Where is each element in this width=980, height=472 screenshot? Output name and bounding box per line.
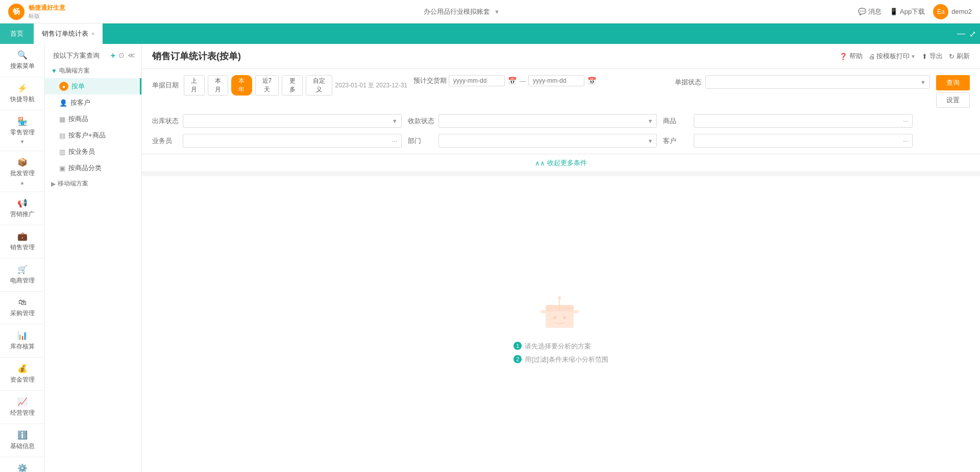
tab-home[interactable]: 首页	[0, 23, 34, 44]
salesperson-input-wrapper: ···	[183, 134, 402, 148]
calendar-end-icon[interactable]: 📅	[587, 77, 596, 85]
bill-status-select-wrapper: ▼	[705, 75, 930, 89]
panel-item-by-order[interactable]: ● 按单	[45, 78, 141, 95]
sidebar-item-retail[interactable]: 🏪 零售管理 ▼	[0, 110, 44, 151]
date-btn-last-month[interactable]: 上月	[184, 75, 205, 96]
bill-status-select[interactable]	[705, 75, 930, 89]
filter-area: 单据日期 上月 本月 本年 近7天 更多 自定义 2023-01-01 至 20…	[142, 69, 980, 154]
sidebar-item-system[interactable]: ⚙️ 系统管理	[0, 457, 44, 472]
content-header: 销售订单统计表(按单) ❓ 帮助 🖨 按模板打印 ▼ ⬆ 导出	[142, 44, 980, 69]
filter-row-2: 出库状态 ▼ 收款状态 ▼	[152, 114, 970, 128]
workspace-selector[interactable]: 办公用品行业模拟账套 ▼	[424, 7, 500, 16]
setting-btn[interactable]: 设置	[936, 92, 970, 108]
tab-minimize-btn[interactable]: —	[957, 29, 965, 38]
add-scheme-btn[interactable]: +	[111, 51, 115, 60]
calendar-start-icon[interactable]: 📅	[508, 77, 517, 85]
left-panel-header: 按以下方案查询 + ⊙ ≪	[45, 48, 141, 63]
tab-sales-order-stats[interactable]: 销售订单统计表 ×	[34, 23, 103, 44]
sidebar-label-wholesale: 批发管理	[10, 169, 35, 178]
sidebar-label-sales: 销售管理	[10, 243, 35, 252]
department-wrapper: ▼	[438, 134, 657, 148]
date-btn-this-month[interactable]: 本月	[208, 75, 229, 96]
sidebar-item-inventory[interactable]: 📊 库存核算	[0, 324, 44, 358]
panel-item-by-salesperson[interactable]: ▥ 按业务员	[45, 144, 141, 160]
customer-dots-icon[interactable]: ···	[903, 137, 909, 145]
payment-status-wrapper: ▼	[438, 114, 657, 128]
shipment-status-select[interactable]	[183, 114, 402, 128]
date-btn-this-year[interactable]: 本年	[231, 75, 252, 96]
help-icon: ❓	[839, 53, 847, 60]
product-input[interactable]	[694, 114, 913, 128]
tip-num-2: 2	[513, 355, 522, 363]
product-dots-icon[interactable]: ···	[903, 117, 909, 125]
tab-close-icon[interactable]: ×	[91, 31, 94, 37]
empty-tips: 1 请先选择要分析的方案 2 用[过滤]条件来缩小分析范围	[513, 342, 608, 364]
shipment-status-group: 出库状态 ▼	[152, 114, 402, 128]
panel-item-by-customer-product[interactable]: ▤ 按客户+商品	[45, 127, 141, 144]
query-btn[interactable]: 查询	[936, 75, 970, 90]
date-btn-more[interactable]: 更多	[282, 75, 303, 96]
message-btn[interactable]: 💬 消息	[858, 7, 881, 16]
purchase-icon: 🛍	[18, 298, 27, 307]
panel-item-label-by-product: 按商品	[68, 114, 88, 124]
app-download-btn[interactable]: 📱 App下载	[890, 7, 925, 16]
by-order-icon: ●	[59, 82, 68, 91]
payment-status-select[interactable]	[438, 114, 657, 128]
collapse-more-btn[interactable]: ∧∧ 收起更多条件	[142, 154, 980, 172]
tabbar: 首页 销售订单统计表 × — ⤢	[0, 23, 980, 44]
template-print-btn[interactable]: 🖨 按模板打印 ▼	[869, 52, 916, 61]
sidebar-item-marketing[interactable]: 📢 营销推广	[0, 192, 44, 225]
settings-scheme-btn[interactable]: ⊙	[118, 51, 125, 60]
payment-status-group: 收款状态 ▼	[408, 114, 657, 128]
sidebar-item-basic[interactable]: ℹ️ 基础信息	[0, 424, 44, 457]
tab-maximize-btn[interactable]: ⤢	[969, 29, 976, 39]
action-buttons: 查询 设置	[936, 75, 970, 108]
sidebar-label-purchase: 采购管理	[10, 309, 35, 318]
department-select[interactable]	[438, 134, 657, 148]
bill-date-label: 单据日期	[152, 81, 181, 90]
sidebar-label-quick: 快捷导航	[10, 95, 35, 104]
panel-item-label-by-customer: 按客户	[70, 98, 90, 107]
refresh-btn[interactable]: ↻ 刷新	[949, 52, 970, 61]
salesperson-input[interactable]	[183, 134, 402, 148]
filter-row-3: 业务员 ··· 部门 ▼ 客户	[152, 134, 970, 148]
panel-item-by-category[interactable]: ▣ 按商品分类	[45, 160, 141, 176]
by-customer-product-icon: ▤	[59, 132, 65, 139]
sidebar-item-purchase[interactable]: 🛍 采购管理	[0, 292, 44, 324]
salesperson-dots-icon[interactable]: ···	[392, 137, 398, 145]
collapse-panel-btn[interactable]: ≪	[128, 51, 135, 60]
content-actions: ❓ 帮助 🖨 按模板打印 ▼ ⬆ 导出 ↻ 刷新	[839, 52, 970, 61]
expected-delivery-start[interactable]	[449, 75, 505, 86]
export-btn[interactable]: ⬆ 导出	[922, 52, 943, 61]
panel-item-by-customer[interactable]: 👤 按客户	[45, 95, 141, 111]
date-btn-7days[interactable]: 近7天	[255, 75, 279, 96]
sidebar-label-basic: 基础信息	[10, 442, 35, 451]
help-btn[interactable]: ❓ 帮助	[839, 52, 863, 61]
customer-input[interactable]	[694, 134, 913, 148]
active-tab-label: 销售订单统计表	[42, 29, 88, 38]
sidebar-item-search-menu[interactable]: 🔍 搜索菜单	[0, 44, 44, 77]
tip-text-1: 请先选择要分析的方案	[525, 342, 591, 351]
svg-point-4	[553, 316, 556, 319]
sidebar-item-ecommerce[interactable]: 🛒 电商管理	[0, 258, 44, 292]
sidebar-item-wholesale[interactable]: 📦 批发管理 ▲	[0, 151, 44, 192]
sidebar-item-operation[interactable]: 📈 经营管理	[0, 391, 44, 424]
mobile-section-header[interactable]: ▶ 移动端方案	[45, 176, 141, 191]
payment-status-label: 收款状态	[408, 116, 436, 126]
user-menu[interactable]: Ea demo2	[933, 4, 972, 19]
date-btn-custom[interactable]: 自定义	[306, 75, 332, 96]
panel-item-by-product[interactable]: ▦ 按商品	[45, 111, 141, 127]
retail-collapse-icon: ▼	[20, 139, 25, 145]
system-icon: ⚙️	[17, 463, 28, 472]
sidebar-label-finance: 资金管理	[10, 375, 35, 384]
expected-delivery-end[interactable]	[528, 75, 584, 86]
sidebar-item-finance[interactable]: 💰 资金管理	[0, 358, 44, 391]
filter-row-1: 单据日期 上月 本月 本年 近7天 更多 自定义 2023-01-01 至 20…	[152, 75, 970, 108]
sub-title: 标版	[29, 12, 65, 20]
topbar-left: 畅 畅捷通好生意 标版	[8, 4, 65, 20]
pc-section-header[interactable]: ▼ 电脑端方案	[45, 63, 141, 78]
mobile-section-chevron-icon: ▶	[51, 180, 56, 187]
bill-status-group: 单据状态 ▼	[675, 75, 930, 89]
sidebar-item-quick-nav[interactable]: ⚡ 快捷导航	[0, 77, 44, 110]
sidebar-item-sales[interactable]: 💼 销售管理	[0, 225, 44, 258]
